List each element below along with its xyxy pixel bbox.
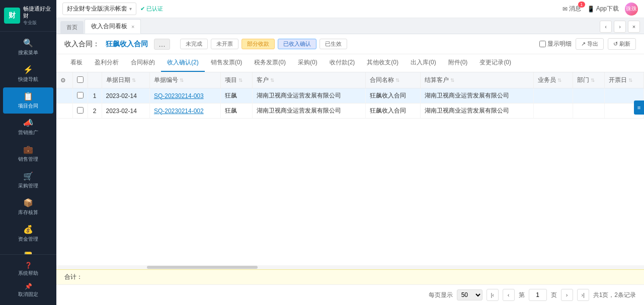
sidebar-logo: 财 畅捷通好业财 专业版 — [0, 0, 56, 32]
sidebar-item-search[interactable]: 🔍 搜索菜单 — [3, 34, 53, 60]
salesperson-header-label: 业务员 — [538, 76, 556, 84]
tab-contract-board[interactable]: 收入合同看板 × — [85, 19, 141, 34]
tab-prev-button[interactable]: ‹ — [600, 21, 612, 33]
tab-nav-controls: ‹ › × — [600, 21, 640, 34]
status-partial-button[interactable]: 部分收款 — [242, 39, 275, 49]
sub-tab-revenue[interactable]: 收入确认(2) — [161, 54, 205, 72]
department-header-label: 部门 — [577, 76, 589, 84]
salesperson-sort[interactable]: 业务员 ⇅ — [538, 76, 569, 84]
certified-text: 已认证 — [146, 5, 163, 13]
tabbar: 首页 收入合同看板 × ‹ › × — [56, 18, 644, 34]
number-sort[interactable]: 单据编号 ⇅ — [154, 76, 216, 84]
sub-tab-payment[interactable]: 收付款(2) — [324, 54, 361, 72]
document-number-link[interactable]: SQ-20230214-003 — [154, 92, 204, 99]
sub-tab-profit[interactable]: 盈利分析 — [89, 54, 125, 72]
row-department-cell — [573, 88, 604, 104]
avatar[interactable]: 珠珠 — [625, 3, 638, 16]
close-icon[interactable]: × — [131, 24, 134, 30]
sidebar-item-inventory[interactable]: 📦 库存核算 — [3, 194, 53, 220]
scroll-thumb[interactable] — [147, 266, 258, 269]
topbar-actions: ✉ 1 消息 📱 App下载 珠珠 — [562, 3, 638, 16]
refresh-button[interactable]: ↺ 刷新 — [608, 38, 636, 50]
page-suffix-label: 页 — [551, 291, 557, 299]
tab-home[interactable]: 首页 — [60, 21, 84, 34]
project-sort[interactable]: 项目 ⇅ — [225, 76, 248, 84]
next-page-button[interactable]: › — [561, 289, 573, 301]
row-date-cell: 2023-02-14 — [102, 104, 149, 119]
last-page-button[interactable]: ›| — [577, 289, 589, 301]
sub-tab-other[interactable]: 其他收支(0) — [361, 54, 405, 72]
sidebar-item-purchase[interactable]: 🛒 采购管理 — [3, 167, 53, 193]
help-icon: ❓ — [25, 262, 32, 269]
table-row[interactable]: 2 2023-02-14 SQ-20230214-002 狂飙 湖南卫视商业运营… — [56, 104, 644, 119]
sub-tab-purchase[interactable]: 采购(0) — [292, 54, 324, 72]
sidebar-item-contract[interactable]: 📋 项目合同 — [3, 87, 53, 114]
sub-tab-changes[interactable]: 变更记录(0) — [473, 54, 517, 72]
row-number-cell[interactable]: SQ-20230214-003 — [149, 88, 220, 104]
column-settings-icon[interactable]: ⚙ — [60, 77, 66, 84]
contract-prefix: 收入合同： — [64, 40, 100, 49]
first-page-button[interactable]: |‹ — [487, 289, 499, 301]
sort-icon: ⇅ — [628, 77, 632, 83]
date-sort[interactable]: 单据日期 ⇅ — [106, 76, 145, 84]
tab-next-button[interactable]: › — [614, 21, 626, 33]
sidebar-item-label: 快捷导航 — [18, 76, 38, 83]
customer-sort[interactable]: 客户 ⇅ — [257, 76, 361, 84]
table-row[interactable]: 1 2023-02-14 SQ-20230214-003 狂飙 湖南卫视商业运营… — [56, 88, 644, 104]
sub-tab-sales-invoice[interactable]: 销售发票(0) — [205, 54, 249, 72]
sub-tab-tax-invoice[interactable]: 税务发票(0) — [248, 54, 292, 72]
row-checkbox-cell[interactable] — [72, 88, 88, 104]
sidebar-item-quick[interactable]: ⚡ 快捷导航 — [3, 61, 53, 87]
project-column-header: 项目 ⇅ — [220, 72, 252, 88]
contract-status-group: 未完成 未开票 部分收款 已收入确认 已生效 — [180, 39, 347, 49]
show-detail-checkbox-label[interactable]: 显示明细 — [539, 40, 572, 48]
sidebar-item-label: 库存核算 — [18, 209, 38, 216]
page-number-input[interactable] — [529, 289, 547, 301]
status-effective-button[interactable]: 已生效 — [319, 39, 347, 49]
sidebar-bottom-help[interactable]: ❓ 系统帮助 — [4, 259, 52, 280]
company-selector[interactable]: 好业财专业版演示帐套 ▾ — [62, 3, 136, 15]
row-number-cell[interactable]: SQ-20230214-002 — [149, 104, 220, 119]
sub-tab-target[interactable]: 合同标的 — [125, 54, 161, 72]
checkbox-column-header — [72, 72, 88, 88]
status-uninvoiced-button[interactable]: 未开票 — [211, 39, 238, 49]
show-detail-checkbox[interactable] — [539, 41, 546, 47]
row-checkbox-cell[interactable] — [72, 104, 88, 119]
horizontal-scrollbar[interactable] — [56, 265, 644, 269]
sort-icon: ⇅ — [238, 77, 243, 83]
salesperson-column-header: 业务员 ⇅ — [533, 72, 573, 88]
sidebar-item-sales[interactable]: 💼 销售管理 — [3, 141, 53, 167]
sidebar-bottom-unpin[interactable]: 📌 取消固定 — [4, 280, 52, 301]
sub-tab-attachments[interactable]: 附件(0) — [442, 54, 474, 72]
row-checkbox[interactable] — [77, 107, 84, 114]
document-number-link[interactable]: SQ-20230214-002 — [154, 108, 204, 115]
tab-close-all-button[interactable]: × — [628, 21, 640, 33]
message-action[interactable]: ✉ 1 消息 — [562, 5, 581, 13]
settled-customer-sort[interactable]: 结算客户 ⇅ — [425, 76, 529, 84]
row-checkbox[interactable] — [77, 92, 84, 98]
sidebar-item-label: 营销推广 — [18, 129, 38, 136]
status-incomplete-button[interactable]: 未完成 — [180, 39, 208, 49]
sidebar-item-funds[interactable]: 💰 资金管理 — [3, 221, 53, 247]
sidebar-item-marketing[interactable]: 📣 营销推广 — [3, 114, 53, 140]
export-button[interactable]: ↗ 导出 — [576, 38, 604, 50]
sidebar-logo-text: 畅捷通好业财 专业版 — [23, 5, 52, 26]
sub-tab-board[interactable]: 看板 — [64, 54, 89, 72]
tab-contract-board-label: 收入合同看板 — [91, 22, 127, 31]
sub-tab-warehouse[interactable]: 出入库(0) — [405, 54, 442, 72]
prev-page-button[interactable]: ‹ — [503, 289, 515, 301]
sidebar-help-label: 系统帮助 — [18, 270, 38, 277]
app-download-action[interactable]: 📱 App下载 — [587, 5, 619, 13]
contract-name-sort[interactable]: 合同名称 ⇅ — [370, 76, 416, 84]
sidebar-item-label: 资金管理 — [18, 236, 38, 243]
select-all-checkbox[interactable] — [77, 76, 84, 83]
sort-icon: ⇅ — [557, 77, 561, 83]
per-page-select[interactable]: 50 20 100 — [457, 289, 482, 300]
sidebar-item-ledger[interactable]: 📒 总账管理 — [3, 247, 53, 254]
more-button[interactable]: … — [154, 39, 170, 50]
right-panel-toggle[interactable]: ≡ — [634, 100, 644, 115]
invoice-date-sort[interactable]: 开票日 ⇅ — [609, 76, 639, 84]
status-confirmed-button[interactable]: 已收入确认 — [278, 39, 316, 49]
contract-header: 收入合同： 狂飙收入合同 … 未完成 未开票 部分收款 已收入确认 已生效 显示… — [56, 34, 644, 54]
department-sort[interactable]: 部门 ⇅ — [577, 76, 600, 84]
